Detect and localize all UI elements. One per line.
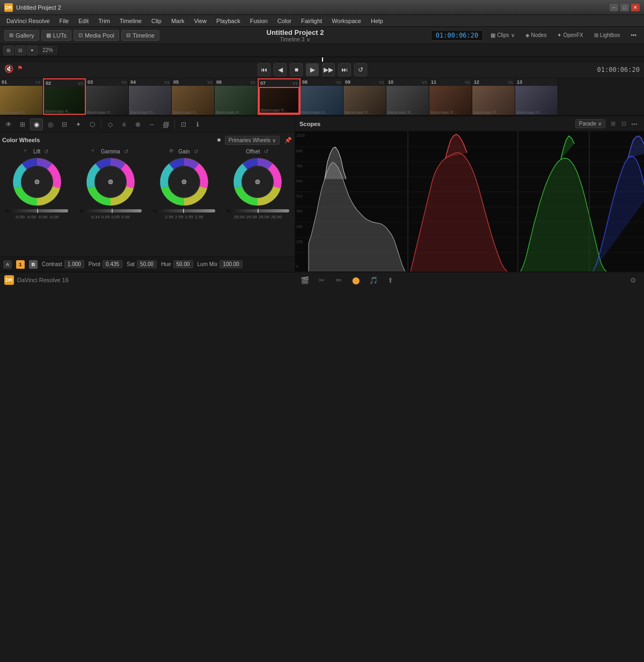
color-curves-button[interactable]: ◎	[44, 119, 57, 130]
luts-button[interactable]: ▦ LUTs	[41, 30, 71, 41]
step-back-button[interactable]: ◀	[274, 63, 287, 76]
nodes-button[interactable]: ◈ Nodes	[522, 31, 550, 40]
clip-item-01[interactable]: 01 V1 Blackmagic R...	[0, 78, 43, 115]
scope-expand-button[interactable]: ⊡	[618, 119, 629, 129]
skip-start-button[interactable]: ⏮	[258, 63, 270, 76]
close-button[interactable]: ✕	[631, 4, 640, 11]
color-mode-button[interactable]: ⬤	[350, 274, 363, 286]
menu-item-fusion[interactable]: Fusion	[246, 17, 272, 25]
gamma-reset-button[interactable]: ↺	[122, 148, 130, 155]
highlight-button[interactable]: ✦	[27, 46, 38, 55]
contrast-value[interactable]: 1.000	[64, 260, 84, 268]
offset-wheel-svg[interactable]	[232, 156, 283, 208]
clip-item-05[interactable]: 05 V1 Blackmagic R...	[172, 78, 215, 115]
loop-button[interactable]: ↺	[354, 63, 367, 76]
clip-item-03[interactable]: 03 V1 Blackmagic R...	[86, 78, 129, 115]
clip-item-10[interactable]: 10 V1 Blackmagic R...	[386, 78, 429, 115]
power-window-button[interactable]: ⬡	[86, 119, 99, 130]
gamma-slider[interactable]	[79, 209, 142, 212]
minimize-button[interactable]: –	[610, 4, 618, 11]
flag-button[interactable]: ⚑	[17, 64, 28, 75]
split-button[interactable]: ⊟	[15, 46, 26, 55]
color-wheel-button[interactable]: ◉	[30, 119, 43, 130]
stop-button[interactable]: ■	[290, 63, 303, 76]
deliver-mode-button[interactable]: ⬆	[384, 274, 397, 286]
info-button[interactable]: ℹ	[191, 119, 204, 130]
media-pool-button[interactable]: ⊡ Media Pool	[74, 30, 119, 41]
offset-slider[interactable]	[226, 209, 289, 212]
menu-item-mark[interactable]: Mark	[167, 17, 188, 25]
menu-item-help[interactable]: Help	[367, 17, 387, 25]
tracker-button[interactable]: ◇	[104, 119, 116, 130]
transform-button[interactable]: ⊞	[3, 46, 14, 55]
menu-item-timeline[interactable]: Timeline	[115, 17, 146, 25]
openfx-button[interactable]: ✦ OpenFX	[554, 31, 586, 40]
menu-item-trim[interactable]: Trim	[94, 17, 114, 25]
menu-item-view[interactable]: View	[189, 17, 211, 25]
scope-more-button[interactable]: •••	[629, 119, 640, 129]
play-button[interactable]: ▶	[306, 63, 319, 76]
scope-grid-button[interactable]: ⊞	[608, 119, 618, 129]
clip-item-06[interactable]: 06 V1 Blackmagic R...	[215, 78, 258, 115]
pin-button[interactable]: 📌	[284, 136, 292, 144]
clip-item-13[interactable]: 13 Blackmagic R...	[515, 78, 558, 115]
menu-item-color[interactable]: Color	[273, 17, 296, 25]
clip-item-12[interactable]: 12 V1 Blackmagic R...	[472, 78, 515, 115]
copy-b-button[interactable]: B	[29, 260, 38, 269]
more-options-button[interactable]: •••	[627, 31, 640, 40]
mute-button[interactable]: 🔇	[4, 64, 15, 75]
menu-item-edit[interactable]: Edit	[74, 17, 93, 25]
clip-item-07[interactable]: 07 V1 Blackmagic R...	[258, 78, 301, 115]
gamma-wheel-svg[interactable]	[85, 156, 136, 208]
zoom-display[interactable]: 22%	[39, 46, 57, 54]
clip-item-09[interactable]: 09 V1 Blackmagic R...	[343, 78, 386, 115]
gain-slider[interactable]	[153, 209, 215, 212]
3d-button[interactable]: ∰	[159, 119, 172, 130]
pivot-value[interactable]: 0.435	[103, 260, 122, 268]
media-mode-button[interactable]: 🎬	[298, 274, 311, 286]
gain-add-button[interactable]: ⊕	[169, 148, 177, 155]
maximize-button[interactable]: □	[620, 4, 629, 11]
gain-reset-button[interactable]: ↺	[192, 148, 200, 155]
skip-end-button[interactable]: ⏭	[338, 63, 351, 76]
parade-mode-button[interactable]: Parade ∨	[575, 119, 605, 128]
step-forward-button[interactable]: ▶▶	[322, 63, 335, 76]
primaries-mode-button[interactable]: Primaries Wheels ∨	[225, 136, 280, 145]
lift-add-button[interactable]: +	[24, 148, 31, 155]
lum-mix-value[interactable]: 100.00	[219, 260, 243, 268]
color-qualifier-button[interactable]: ✦	[72, 119, 85, 130]
color-bars-button[interactable]: ⊟	[58, 119, 71, 130]
settings-button[interactable]: ⚙	[627, 274, 640, 286]
edit-mode-button[interactable]: ✏	[333, 274, 346, 286]
menu-item-playback[interactable]: Playback	[212, 17, 245, 25]
lift-reset-button[interactable]: ↺	[42, 148, 50, 155]
menu-item-davinci-resolve[interactable]: DaVinci Resolve	[2, 17, 54, 25]
timeline-button[interactable]: ⊟ Timeline	[121, 30, 159, 41]
gain-wheel-svg[interactable]	[158, 156, 210, 208]
color-viewer-button[interactable]: 👁	[2, 119, 15, 130]
copy-a-button[interactable]: A	[3, 260, 12, 269]
playhead-area[interactable]	[0, 57, 644, 61]
cut-mode-button[interactable]: ✂	[316, 274, 328, 286]
clip-item-08[interactable]: 08 V1 Blackmagic R...	[301, 78, 343, 115]
lift-wheel-svg[interactable]	[11, 156, 63, 208]
menu-item-clip[interactable]: Clip	[147, 17, 166, 25]
blur-button[interactable]: ≡	[118, 119, 130, 130]
hue-value[interactable]: 50.00	[173, 260, 193, 268]
gamma-add-button[interactable]: +	[91, 148, 99, 155]
clip-item-11[interactable]: 11 V1 Blackmagic R...	[429, 78, 472, 115]
lightbox-button[interactable]: ⊞ Lightbox	[591, 31, 624, 40]
menu-item-file[interactable]: File	[55, 17, 74, 25]
clip-item-02[interactable]: 02 V1 Blackmagic R...	[43, 78, 86, 115]
key-button[interactable]: ⊕	[131, 119, 144, 130]
fairlight-mode-button[interactable]: 🎵	[367, 274, 380, 286]
color-grid-button[interactable]: ⊞	[16, 119, 29, 130]
menu-item-workspace[interactable]: Workspace	[327, 17, 365, 25]
lift-slider[interactable]	[5, 209, 68, 212]
clips-button[interactable]: ▦ Clips ∨	[487, 31, 517, 40]
resize-button[interactable]: ↔	[145, 119, 158, 130]
gallery-button[interactable]: ⊞ Gallery	[4, 30, 39, 41]
menu-item-fairlight[interactable]: Fairlight	[297, 17, 326, 25]
clip-item-04[interactable]: 04 V1 Blackmagic R...	[129, 78, 172, 115]
offset-reset-button[interactable]: ↺	[262, 148, 270, 155]
